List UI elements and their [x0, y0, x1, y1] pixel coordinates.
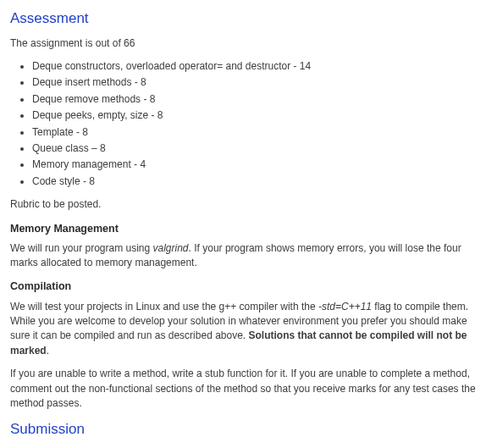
assessment-list: Deque constructors, overloaded operator=… [10, 59, 476, 189]
compilation-paragraph-1: We will test your projects in Linux and … [10, 300, 476, 359]
list-item: Deque remove methods - 8 [32, 92, 476, 107]
list-item: Deque peeks, empty, size - 8 [32, 108, 476, 123]
text-span: . [47, 345, 49, 357]
text-span: We will run your program using [10, 242, 153, 254]
std-flag-italic: -std=C++11 [318, 301, 372, 312]
memory-management-subhead: Memory Management [10, 221, 476, 236]
list-item: Deque constructors, overloaded operator=… [32, 59, 476, 74]
assessment-intro: The assignment is out of 66 [10, 36, 476, 51]
rubric-note: Rubric to be posted. [10, 197, 476, 212]
document-body: Assessment The assignment is out of 66 D… [0, 0, 486, 448]
submission-heading: Submission [10, 419, 476, 440]
compilation-subhead: Compilation [10, 279, 476, 294]
list-item: Deque insert methods - 8 [32, 75, 476, 90]
list-item: Code style - 8 [32, 174, 476, 189]
list-item: Template - 8 [32, 125, 476, 140]
valgrind-italic: valgrind [153, 242, 189, 254]
memory-management-paragraph: We will run your program using valgrind.… [10, 241, 476, 271]
list-item: Memory management - 4 [32, 158, 476, 172]
compilation-paragraph-2: If you are unable to write a method, wri… [10, 367, 476, 411]
assessment-heading: Assessment [10, 8, 476, 30]
list-item: Queue class – 8 [32, 141, 476, 156]
text-span: We will test your projects in Linux and … [10, 301, 318, 312]
